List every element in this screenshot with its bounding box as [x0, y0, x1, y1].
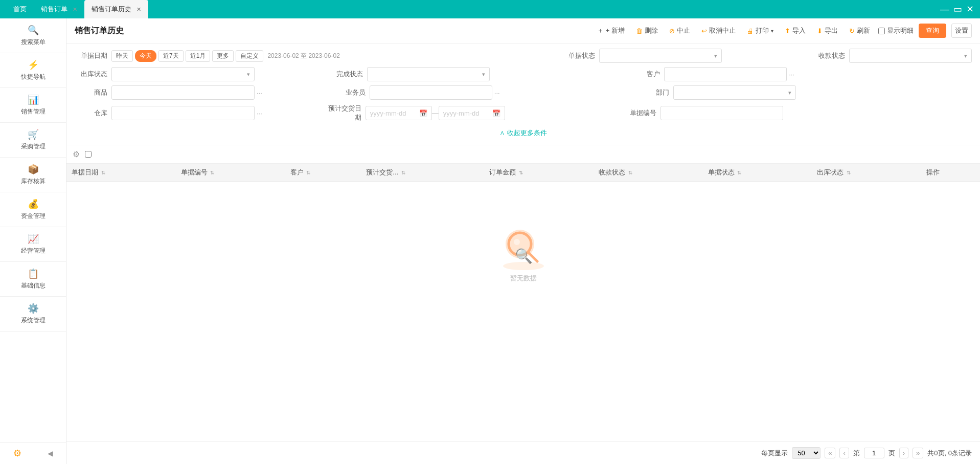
- new-button[interactable]: ＋ + 新增: [594, 24, 628, 37]
- sidebar-item-system-mgmt[interactable]: ⚙️ 系统管理: [0, 297, 66, 332]
- out-storage-select[interactable]: ▾: [111, 67, 255, 81]
- department-select[interactable]: ▾: [673, 85, 796, 100]
- window-close-icon[interactable]: ✕: [966, 4, 974, 15]
- display-cols-checkbox[interactable]: [878, 28, 885, 34]
- purchase-mgmt-icon: 🛒: [28, 129, 39, 140]
- sidebar-item-operations-mgmt[interactable]: 📈 经营管理: [0, 227, 66, 262]
- salesperson-more-icon[interactable]: ···: [494, 89, 500, 97]
- col-outstatus-sort-icon[interactable]: ⇅: [847, 170, 851, 175]
- col-header-out-status[interactable]: 出库状态 ⇅: [812, 164, 921, 182]
- complete-status-chevron-icon: ▾: [482, 71, 485, 78]
- quick-nav-icon: ⚡: [28, 59, 39, 71]
- last7-btn[interactable]: 近7天: [158, 50, 184, 62]
- payment-status-select[interactable]: ▾: [849, 49, 972, 63]
- sidebar-bottom: ⚙ ◀: [0, 442, 66, 464]
- empty-state: 🔍 暂无数据: [66, 182, 980, 324]
- col-expected-sort-icon[interactable]: ⇅: [401, 170, 405, 175]
- refresh-icon: ↻: [849, 27, 855, 35]
- more-btn[interactable]: 更多: [212, 50, 234, 62]
- tab-sales-order-label: 销售订单: [41, 5, 67, 14]
- sidebar-item-system-mgmt-label: 系统管理: [21, 316, 45, 325]
- sidebar-item-base-info[interactable]: 📋 基础信息: [0, 262, 66, 297]
- salesperson-input[interactable]: [370, 85, 492, 100]
- import-button[interactable]: ⬆ 导入: [782, 24, 809, 37]
- col-header-payment-status[interactable]: 收款状态 ⇅: [594, 164, 703, 182]
- tab-sales-order-history[interactable]: 销售订单历史 ✕: [84, 0, 148, 18]
- doc-no-input[interactable]: [660, 106, 783, 120]
- col-amount-sort-icon[interactable]: ⇅: [519, 170, 523, 175]
- col-header-doc-status[interactable]: 单据状态 ⇅: [703, 164, 812, 182]
- col-header-amount[interactable]: 订单金额 ⇅: [484, 164, 594, 182]
- per-page-select[interactable]: 50 20 100: [792, 447, 821, 459]
- top-bar: 首页 销售订单 ✕ 销售订单历史 ✕ — ▭ ✕: [0, 0, 980, 18]
- sidebar-collapse-icon[interactable]: ◀: [48, 449, 53, 457]
- col-customer-sort-icon[interactable]: ⇅: [306, 170, 310, 175]
- date-range-display: 2023-06-02 至 2023-06-02: [267, 52, 339, 60]
- last-month-btn[interactable]: 近1月: [186, 50, 211, 62]
- last-page-button[interactable]: »: [913, 448, 923, 458]
- page-input[interactable]: [864, 448, 884, 458]
- goods-more-icon[interactable]: ···: [257, 89, 262, 97]
- col-header-date[interactable]: 单据日期 ⇅: [66, 164, 176, 182]
- date-filter-group: 昨天 今天 近7天 近1月 更多 自定义 2023-06-02 至 2023-0…: [111, 50, 568, 62]
- col-header-doc-no[interactable]: 单据编号 ⇅: [176, 164, 285, 182]
- payment-status-label: 收款状态: [813, 51, 849, 60]
- sidebar-item-operations-mgmt-label: 经营管理: [21, 247, 45, 255]
- today-btn[interactable]: 今天: [135, 50, 156, 62]
- col-date-sort-icon[interactable]: ⇅: [101, 170, 105, 175]
- col-header-expected[interactable]: 预计交货... ⇅: [361, 164, 484, 182]
- stop-button[interactable]: ⊘ 中止: [666, 24, 693, 37]
- customer-input[interactable]: [664, 67, 787, 81]
- custom-btn[interactable]: 自定义: [236, 50, 263, 62]
- sidebar-item-purchase-mgmt[interactable]: 🛒 采购管理: [0, 123, 66, 158]
- sidebar-item-fund-mgmt[interactable]: 💰 资金管理: [0, 192, 66, 227]
- warehouse-more-icon[interactable]: ···: [257, 109, 262, 117]
- first-page-button[interactable]: «: [825, 448, 835, 458]
- select-all-checkbox[interactable]: [85, 151, 92, 158]
- window-minimize-icon[interactable]: —: [940, 4, 949, 15]
- col-header-customer[interactable]: 客户 ⇅: [285, 164, 361, 182]
- yesterday-btn[interactable]: 昨天: [111, 50, 133, 62]
- status-filter-select[interactable]: ▾: [599, 49, 722, 63]
- sidebar-item-inventory-check-label: 库存核算: [21, 177, 45, 186]
- print-button[interactable]: 🖨 打印 ▾: [744, 24, 777, 37]
- tab-home[interactable]: 首页: [6, 0, 34, 18]
- collapse-more-btn[interactable]: ∧ 收起更多条件: [75, 126, 972, 140]
- goods-input[interactable]: [111, 85, 255, 100]
- settings-button[interactable]: 设置: [951, 24, 972, 38]
- sidebar-item-quick-nav[interactable]: ⚡ 快捷导航: [0, 53, 66, 88]
- complete-status-select[interactable]: ▾: [367, 67, 490, 81]
- export-button[interactable]: ⬇ 导出: [814, 24, 841, 37]
- window-restore-icon[interactable]: ▭: [953, 4, 962, 15]
- calendar-end-icon[interactable]: 📅: [492, 109, 500, 117]
- col-docstatus-sort-icon[interactable]: ⇅: [737, 170, 741, 175]
- sidebar-settings-icon[interactable]: ⚙: [13, 448, 21, 459]
- cancel-stop-label: 取消中止: [709, 26, 736, 35]
- table-settings-icon[interactable]: ⚙: [73, 149, 80, 159]
- table-toolbar: ⚙: [66, 145, 980, 164]
- calendar-start-icon[interactable]: 📅: [419, 109, 427, 117]
- tab-sales-order[interactable]: 销售订单 ✕: [34, 0, 84, 18]
- import-label: 导入: [792, 26, 806, 35]
- prev-page-button[interactable]: ‹: [839, 448, 849, 458]
- cancel-stop-button[interactable]: ↩ 取消中止: [698, 24, 739, 37]
- warehouse-input[interactable]: [111, 106, 255, 120]
- refresh-button[interactable]: ↻ 刷新: [846, 24, 873, 37]
- cancel-stop-icon: ↩: [701, 27, 707, 35]
- query-button[interactable]: 查询: [919, 24, 946, 38]
- tab-sales-order-history-close[interactable]: ✕: [136, 6, 141, 13]
- col-docno-sort-icon[interactable]: ⇅: [210, 170, 214, 175]
- tab-sales-order-close[interactable]: ✕: [73, 6, 77, 13]
- sidebar-item-search-menu[interactable]: 🔍 搜索菜单: [0, 18, 66, 53]
- expected-date-start[interactable]: yyyy-mm-dd 📅: [366, 106, 432, 120]
- delete-button[interactable]: 🗑 删除: [633, 24, 661, 37]
- query-label: 查询: [926, 26, 939, 35]
- next-page-button[interactable]: ›: [899, 448, 908, 458]
- empty-svg-icon: 🔍: [495, 223, 552, 274]
- customer-more-icon[interactable]: ···: [789, 71, 794, 78]
- col-payment-sort-icon[interactable]: ⇅: [628, 170, 632, 175]
- sidebar-item-sales-mgmt[interactable]: 📊 销售管理: [0, 88, 66, 123]
- expected-date-end[interactable]: yyyy-mm-dd 📅: [439, 106, 505, 120]
- display-cols-toggle[interactable]: 显示明细: [878, 26, 914, 35]
- sidebar-item-inventory-check[interactable]: 📦 库存核算: [0, 158, 66, 192]
